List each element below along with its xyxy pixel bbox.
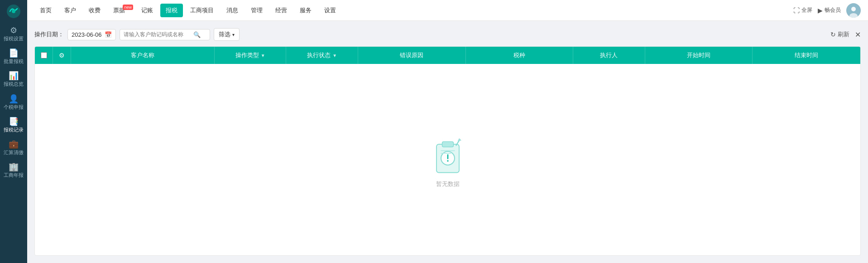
empty-illustration xyxy=(425,131,470,176)
table-header: ⚙ 客户名称 操作类型 ▼ 执行状态 ▼ 错误原因 税种 xyxy=(35,47,860,64)
chevron-down-icon: ▾ xyxy=(232,32,235,37)
new-badge: new xyxy=(123,5,133,10)
th-start-time: 开始时间 xyxy=(645,47,753,64)
close-button[interactable]: ✕ xyxy=(855,30,861,39)
svg-point-9 xyxy=(447,160,448,161)
sidebar-item-label: 批量报税 xyxy=(4,58,24,64)
fullscreen-label: 全屏 xyxy=(801,6,812,14)
sidebar-item-label: 报税总览 xyxy=(4,81,24,87)
empty-text: 暂无数据 xyxy=(436,180,460,188)
nav-homepage[interactable]: 首页 xyxy=(34,4,57,17)
date-value: 2023-06-06 xyxy=(72,31,102,38)
filter-icon: ▼ xyxy=(332,53,337,58)
search-icon: 🔍 xyxy=(193,31,201,38)
sidebar-item-label: 工商年报 xyxy=(4,172,24,178)
sidebar-item-baoshui-shezhi[interactable]: ⚙ 报税设置 xyxy=(0,23,27,45)
nav-customer[interactable]: 客户 xyxy=(59,4,82,17)
filter-button[interactable]: 筛选 ▾ xyxy=(214,28,240,41)
th-end-time: 结束时间 xyxy=(753,47,860,64)
search-input[interactable] xyxy=(124,31,192,38)
nav-baoshui[interactable]: 报税 xyxy=(160,4,183,17)
geshui-shenbao-icon: 👤 xyxy=(9,95,19,103)
page-content: 操作日期： 2023-06-06 📅 🔍 筛选 ▾ ↻ 刷新 ✕ xyxy=(27,21,868,263)
vip-btn[interactable]: ▶ 畅会员 xyxy=(818,6,841,14)
nav-shoufei[interactable]: 收费 xyxy=(83,4,106,17)
th-settings[interactable]: ⚙ xyxy=(53,47,71,64)
nav-fuwu[interactable]: 服务 xyxy=(294,4,317,17)
th-customer-name: 客户名称 xyxy=(71,47,215,64)
nav-guanli[interactable]: 管理 xyxy=(245,4,268,17)
sidebar-item-baoshui-jilu[interactable]: 📑 报税记录 xyxy=(0,114,27,136)
date-picker[interactable]: 2023-06-06 📅 xyxy=(67,29,116,40)
svg-marker-11 xyxy=(457,138,461,141)
table-body: 暂无数据 xyxy=(35,64,860,255)
sidebar-item-gongshang-nianbao[interactable]: 🏢 工商年报 xyxy=(0,159,27,182)
huisuan-jiaona-icon: 💼 xyxy=(9,140,19,148)
th-checkbox[interactable] xyxy=(35,47,53,64)
sidebar-item-label: 报税记录 xyxy=(4,127,24,133)
gongshang-nianbao-icon: 🏢 xyxy=(9,163,19,171)
settings-icon: ⚙ xyxy=(59,52,65,59)
th-error-reason: 错误原因 xyxy=(358,47,466,64)
vip-label: 畅会员 xyxy=(825,6,841,14)
empty-state: 暂无数据 xyxy=(425,131,470,188)
nav-jizhang[interactable]: 记账 xyxy=(136,4,158,17)
search-wrap: 🔍 xyxy=(120,29,210,40)
nav-gongshang-xiangmu[interactable]: 工商项目 xyxy=(185,4,219,17)
fullscreen-btn[interactable]: ⛶ 全屏 xyxy=(793,6,812,14)
select-all-checkbox[interactable] xyxy=(41,52,47,58)
sidebar-item-label: 报税设置 xyxy=(4,36,24,42)
sidebar-item-label: 汇算清缴 xyxy=(4,150,24,156)
nav-items: 首页 客户 收费 票据 new 记账 报税 工商项目 消息 管理 经营 服务 设… xyxy=(34,4,793,17)
toolbar-right: ↻ 刷新 ✕ xyxy=(830,30,861,39)
topnav-right: ⛶ 全屏 ▶ 畅会员 xyxy=(793,3,861,18)
filter-label: 筛选 xyxy=(219,30,230,39)
top-navigation: 首页 客户 收费 票据 new 记账 报税 工商项目 消息 管理 经营 服务 设… xyxy=(27,0,868,21)
date-label: 操作日期： xyxy=(34,30,64,39)
sidebar-item-label: 个税申报 xyxy=(4,104,24,110)
th-operation-type: 操作类型 ▼ xyxy=(215,47,286,64)
refresh-label: 刷新 xyxy=(838,30,849,39)
filter-icon: ▼ xyxy=(261,53,265,58)
piliang-baoshui-icon: 📄 xyxy=(9,49,19,57)
th-executor: 执行人 xyxy=(573,47,645,64)
sidebar-item-huisuan-jiaona[interactable]: 💼 汇算清缴 xyxy=(0,136,27,159)
baoshui-jilu-icon: 📑 xyxy=(9,117,19,126)
nav-xiaoxi[interactable]: 消息 xyxy=(221,4,244,17)
th-tax-type: 税种 xyxy=(466,47,574,64)
close-icon: ✕ xyxy=(855,31,861,39)
user-avatar[interactable] xyxy=(846,3,861,18)
refresh-icon: ↻ xyxy=(830,31,836,38)
toolbar: 操作日期： 2023-06-06 📅 🔍 筛选 ▾ ↻ 刷新 ✕ xyxy=(34,28,861,41)
data-table: ⚙ 客户名称 操作类型 ▼ 执行状态 ▼ 错误原因 税种 xyxy=(34,46,861,256)
sidebar-item-piliang-baoshui[interactable]: 📄 批量报税 xyxy=(0,45,27,68)
nav-jingying[interactable]: 经营 xyxy=(270,4,293,17)
sidebar: ⚙ 报税设置 📄 批量报税 📊 报税总览 👤 个税申报 📑 报税记录 💼 汇算清… xyxy=(0,0,27,263)
baoshui-shezhi-icon: ⚙ xyxy=(10,26,17,34)
main-area: 首页 客户 收费 票据 new 记账 报税 工商项目 消息 管理 经营 服务 设… xyxy=(27,0,868,263)
sidebar-item-baoshui-zonlan[interactable]: 📊 报税总览 xyxy=(0,68,27,91)
sidebar-item-geshui-shenbao[interactable]: 👤 个税申报 xyxy=(0,91,27,114)
svg-point-1 xyxy=(12,10,15,13)
th-exec-status: 执行状态 ▼ xyxy=(286,47,358,64)
nav-piaoju[interactable]: 票据 new xyxy=(108,4,134,17)
svg-point-3 xyxy=(851,7,856,11)
fullscreen-icon: ⛶ xyxy=(793,7,800,14)
sidebar-logo xyxy=(0,0,27,23)
calendar-icon: 📅 xyxy=(105,31,112,38)
nav-shezhi[interactable]: 设置 xyxy=(319,4,341,17)
svg-rect-6 xyxy=(442,141,453,147)
vip-icon: ▶ xyxy=(818,7,823,14)
baoshui-zonlan-icon: 📊 xyxy=(9,72,19,80)
refresh-button[interactable]: ↻ 刷新 xyxy=(830,30,849,39)
